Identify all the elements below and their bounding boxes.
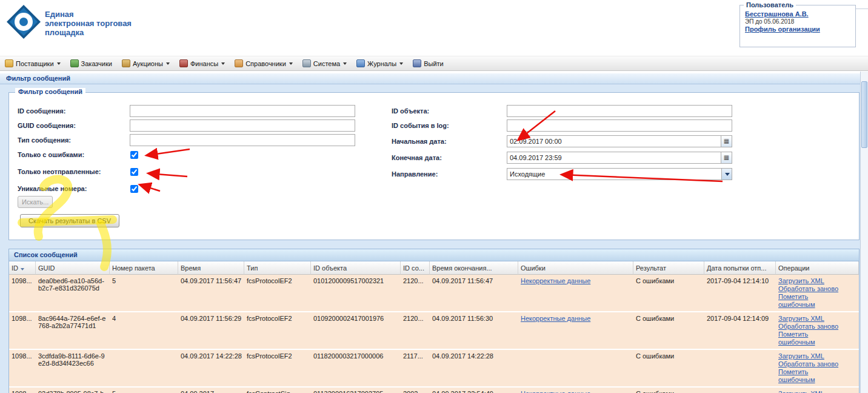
direction-selected-value: Исходящие	[510, 170, 545, 178]
chevron-down-icon	[343, 62, 347, 65]
mark-erroneous-link[interactable]: Пометить ошибочным	[778, 368, 827, 384]
cell-id-so: 2117...	[401, 350, 430, 388]
end-date-calendar-button[interactable]: ▦	[721, 152, 732, 164]
message-id-label: ID сообщения:	[18, 105, 65, 117]
column-header-time[interactable]: Время	[178, 261, 244, 275]
cell-object-id: 0109200002417001976	[311, 312, 401, 350]
cell-time: 04.09.2017 11:56:29	[178, 312, 244, 350]
mark-erroneous-link[interactable]: Пометить ошибочным	[778, 331, 827, 346]
reprocess-link[interactable]: Обработать заново	[778, 360, 856, 368]
cell-end-time: 04.09.2017 11:56:30	[430, 312, 518, 350]
load-xml-link[interactable]: Загрузить XML	[778, 390, 856, 393]
reprocess-link[interactable]: Обработать заново	[778, 323, 856, 331]
reprocess-link[interactable]: Обработать заново	[778, 285, 856, 293]
column-header-packet[interactable]: Номер пакета	[110, 261, 178, 275]
grid-header-row: ID GUID Номер пакета Время Тип ID объект…	[9, 261, 859, 275]
finance-icon	[179, 59, 188, 67]
menu-item-auctions[interactable]: Аукционы	[122, 59, 170, 67]
load-xml-link[interactable]: Загрузить XML	[778, 352, 856, 360]
column-header-label: ID	[12, 264, 18, 272]
user-name-link[interactable]: Бесстрашнова А.В.	[745, 10, 850, 18]
error-details-link[interactable]: Некорректные данные	[521, 390, 590, 393]
menu-item-suppliers[interactable]: Поставщики	[5, 59, 61, 67]
cell-errors: Некорректные данные	[518, 312, 633, 350]
message-guid-input[interactable]	[130, 119, 355, 132]
chevron-down-icon	[221, 62, 225, 65]
direction-select[interactable]: Исходящие	[507, 168, 732, 180]
error-details-link[interactable]: Некорректные данные	[521, 315, 590, 322]
cell-result: С ошибками	[633, 275, 704, 312]
menu-item-reference[interactable]: Справочники	[235, 59, 293, 67]
vertical-scrollbar[interactable]	[860, 72, 868, 393]
reference-icon	[235, 59, 243, 67]
search-button[interactable]: Искать...	[18, 196, 53, 208]
main-menu: Поставщики Заказчики Аукционы Финансы Сп…	[0, 56, 868, 71]
end-date-input[interactable]	[507, 152, 721, 164]
user-panel: Пользователь Бесстрашнова А.В. ЭП до 05.…	[739, 5, 856, 47]
filter-panel-legend: Фильтр сообщений	[15, 88, 85, 95]
menu-item-exit[interactable]: Выйти	[413, 59, 444, 67]
menu-item-customers[interactable]: Заказчики	[70, 59, 112, 67]
chevron-down-icon	[399, 62, 403, 65]
cell-time: 04.09.2017	[178, 388, 244, 393]
log-event-id-label: ID события в log:	[392, 119, 449, 132]
cell-type: fcsProtocolEF2	[244, 275, 311, 312]
end-date-label: Конечная дата:	[392, 152, 442, 164]
site-title: Единая электронная торговая площадка	[45, 10, 132, 37]
cell-guid: 92d378b-8995-98c7-b5	[36, 388, 110, 393]
mark-erroneous-link[interactable]: Пометить ошибочным	[778, 293, 827, 309]
column-header-result[interactable]: Результат	[633, 261, 704, 275]
menu-item-journals[interactable]: Журналы	[356, 59, 403, 67]
menu-item-finance[interactable]: Финансы	[179, 59, 225, 67]
cell-attempt-date	[704, 350, 776, 388]
column-header-guid[interactable]: GUID	[36, 261, 110, 275]
site-title-line1: Единая	[45, 10, 132, 19]
column-header-errors[interactable]: Ошибки	[518, 261, 633, 275]
column-header-end-time[interactable]: Время окончания...	[430, 261, 518, 275]
only-errors-checkbox[interactable]	[130, 151, 138, 159]
org-profile-link[interactable]: Профиль организации	[745, 25, 850, 33]
message-guid-label: GUID сообщения:	[18, 119, 76, 132]
download-csv-button[interactable]: Скачать результаты в CSV	[20, 214, 119, 227]
unique-numbers-checkbox[interactable]	[130, 185, 138, 193]
cell-errors	[518, 350, 633, 388]
column-header-object-id[interactable]: ID объекта	[311, 261, 401, 275]
menu-item-label: Финансы	[190, 60, 218, 67]
filter-panel: Фильтр сообщений ID сообщения: GUID сооб…	[8, 92, 860, 240]
menu-item-label: Заказчики	[81, 60, 112, 67]
column-header-id[interactable]: ID	[9, 261, 36, 275]
auctions-icon	[122, 59, 130, 67]
table-row: 1098... 3cdfda9b-8111-6d6e-9e2d-8d34f423…	[9, 350, 859, 388]
cell-id: 1098...	[9, 275, 36, 312]
message-id-input[interactable]	[130, 105, 355, 117]
load-xml-link[interactable]: Загрузить XML	[778, 277, 856, 285]
column-header-operations[interactable]: Операции	[776, 261, 859, 275]
message-type-input[interactable]	[130, 134, 355, 146]
combo-dropdown-icon[interactable]	[721, 169, 732, 180]
start-date-input[interactable]	[507, 135, 721, 147]
scrollbar-thumb[interactable]	[861, 81, 867, 148]
message-type-label: Тип сообщения:	[18, 134, 71, 146]
page: Единая электронная торговая площадка Пол…	[0, 0, 868, 393]
cell-end-time: 04.09.2017 11:56:47	[430, 275, 518, 312]
load-xml-link[interactable]: Загрузить XML	[778, 315, 856, 323]
menu-item-label: Поставщики	[16, 60, 54, 67]
cell-time: 04.09.2017 14:22:28	[178, 350, 244, 388]
etp-logo-icon	[6, 4, 41, 39]
cell-operations: Загрузить XML Обработать заново Пометить…	[776, 312, 859, 350]
menu-item-system[interactable]: Система	[302, 59, 347, 67]
only-unsent-checkbox[interactable]	[130, 168, 138, 176]
column-header-type[interactable]: Тип	[244, 261, 311, 275]
object-id-label: ID объекта:	[392, 105, 429, 117]
start-date-calendar-button[interactable]: ▦	[721, 135, 732, 147]
user-panel-title: Пользователь	[744, 1, 796, 8]
messages-grid: ID GUID Номер пакета Время Тип ID объект…	[8, 261, 860, 393]
site-title-line2: электронная торговая	[45, 19, 132, 28]
log-event-id-input[interactable]	[507, 119, 732, 132]
column-header-id-so[interactable]: ID со...	[401, 261, 430, 275]
cert-expiry-text: ЭП до 05.06.2018	[745, 18, 850, 25]
error-details-link[interactable]: Некорректные данные	[521, 277, 590, 284]
object-id-input[interactable]	[507, 105, 732, 117]
menu-item-label: Аукционы	[133, 60, 163, 67]
column-header-attempt-date[interactable]: Дата попытки отп...	[704, 261, 776, 275]
